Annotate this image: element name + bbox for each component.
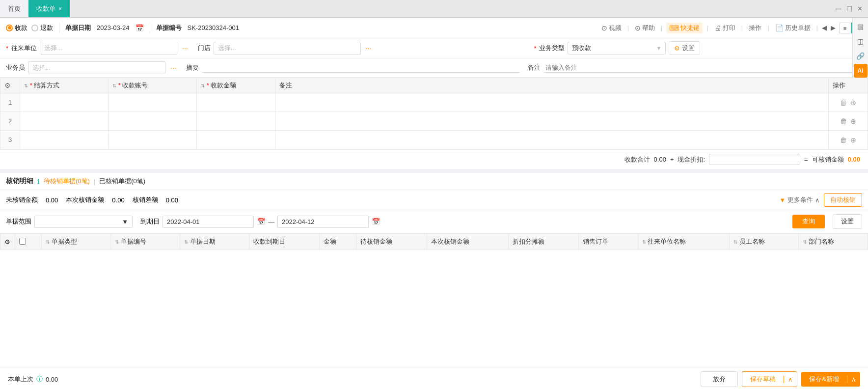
sidebar-image-icon[interactable]: ◫ xyxy=(854,34,868,48)
sidebar-link-icon[interactable]: 🔗 xyxy=(854,49,868,63)
row-1-delete-btn[interactable]: 🗑 xyxy=(839,98,848,108)
partner-more-btn[interactable]: ··· xyxy=(180,44,190,52)
row-3-copy-btn[interactable]: ⊕ xyxy=(849,135,857,145)
row-3-account[interactable] xyxy=(108,131,197,149)
table-row: 3 🗑 ⊕ xyxy=(0,131,868,149)
bottom-info-icon[interactable]: ⓘ xyxy=(36,375,43,384)
bottom-bar: 本单上次 ⓘ 0.00 放弃 保存草稿 ∧ 保存&新增 ∧ xyxy=(0,367,868,391)
row-3-delete-btn[interactable]: 🗑 xyxy=(839,135,848,145)
date-calendar-icon[interactable]: 📅 xyxy=(136,24,144,32)
sidebar-table-icon[interactable]: ▤ xyxy=(854,20,868,33)
window-min-btn[interactable]: ─ xyxy=(834,4,843,13)
shortcut-btn[interactable]: ⌨ 快捷键 xyxy=(666,23,703,33)
writeoff-table-container: ⚙ ⇅ 单据类型 ⇅ 单据编号 xyxy=(0,233,868,250)
row-1-remark[interactable] xyxy=(275,93,829,112)
row-1-amount[interactable] xyxy=(197,93,275,112)
discard-button[interactable]: 放弃 xyxy=(701,371,738,387)
row-2-settle[interactable] xyxy=(20,112,108,131)
writeoff-info-icon[interactable]: ℹ xyxy=(37,178,40,185)
row-1-settle[interactable] xyxy=(20,93,108,112)
summary-input[interactable] xyxy=(202,63,520,73)
tab-active[interactable]: 收款单 × xyxy=(28,0,70,17)
check-all-checkbox[interactable] xyxy=(19,238,26,245)
layout-list-icon[interactable]: ≡ xyxy=(840,23,850,33)
nav-prev-btn[interactable]: ◀ xyxy=(822,24,827,31)
save-new-arrow[interactable]: ∧ xyxy=(847,376,860,383)
diff-value: 0.00 xyxy=(166,196,178,204)
tab-close-btn[interactable]: × xyxy=(58,5,62,12)
remark-input[interactable] xyxy=(543,63,862,73)
help-btn[interactable]: ⊙ 帮助 xyxy=(633,23,657,33)
tab-bar: 首页 收款单 × ─ □ × xyxy=(0,0,868,18)
toolbar-row: 收款 退款 单据日期 2023-03-24 📅 单据编号 SK-20230324… xyxy=(0,18,868,38)
sidebar-ai-icon[interactable]: Ai xyxy=(854,64,868,78)
video-btn[interactable]: ⊙ 视频 xyxy=(599,23,624,33)
row-1-actions: 🗑 ⊕ xyxy=(829,93,868,112)
shop-more-btn[interactable]: ··· xyxy=(364,44,374,52)
print-btn[interactable]: 🖨 打印 xyxy=(712,23,737,33)
radio-receipt[interactable]: 收款 xyxy=(6,24,27,32)
save-new-button[interactable]: 保存&新增 ∧ xyxy=(801,372,860,387)
row-2-amount[interactable] xyxy=(197,112,275,131)
due-end-input[interactable] xyxy=(277,216,369,228)
nav-next-btn[interactable]: ▶ xyxy=(831,24,836,31)
row-2-account[interactable] xyxy=(108,112,197,131)
number-label: 单据编号 xyxy=(156,24,182,32)
staff-input[interactable]: 选择... xyxy=(28,61,165,74)
range-select[interactable]: ▼ xyxy=(34,216,133,228)
window-close-btn[interactable]: × xyxy=(856,4,864,13)
form-row1: * 往来单位 选择... ··· 门店 选择... ··· * 业务类型 预收款… xyxy=(0,38,868,58)
radio-refund[interactable]: 退款 xyxy=(31,24,53,32)
row-3-remark[interactable] xyxy=(275,131,829,149)
range-field: 单据范围 ▼ xyxy=(6,216,133,228)
writeoff-setup-button[interactable]: 设置 xyxy=(833,214,862,229)
shop-input[interactable]: 选择... xyxy=(214,42,361,55)
tab-home[interactable]: 首页 xyxy=(0,0,28,17)
col-amount-header: 金额 xyxy=(320,234,356,250)
history-btn[interactable]: 📄 历史单据 xyxy=(773,23,813,33)
shortcut-icon: ⌨ xyxy=(669,24,679,32)
staff-more-btn[interactable]: ··· xyxy=(168,64,178,72)
staff-label: 业务员 xyxy=(6,63,25,72)
due-start-cal-icon[interactable]: 📅 xyxy=(257,218,265,225)
row-3-amount[interactable] xyxy=(197,131,275,149)
partner-required: * xyxy=(6,45,8,52)
due-end-cal-icon[interactable]: 📅 xyxy=(372,218,380,225)
chevron-up-icon: ∧ xyxy=(815,196,820,204)
partner-input[interactable]: 选择... xyxy=(40,42,177,55)
table-gear-icon2[interactable]: ⚙ xyxy=(4,238,10,246)
shop-label: 门店 xyxy=(198,44,211,53)
row-2-remark[interactable] xyxy=(275,112,829,131)
auto-writeoff-button[interactable]: 自动核销 xyxy=(824,193,862,207)
query-button[interactable]: 查询 xyxy=(792,215,825,228)
this-order-label: 本单上次 xyxy=(8,375,33,384)
equals-sign: = xyxy=(804,156,808,163)
more-conditions-btn[interactable]: ▼ 更多条件 ∧ xyxy=(779,196,820,204)
print-label: 打印 xyxy=(723,24,735,32)
row-1-copy-btn[interactable]: ⊕ xyxy=(849,98,857,108)
due-start-input[interactable] xyxy=(163,216,254,228)
summary-row: 收款合计 0.00 + 现金折扣: = 可核销金额 0.00 xyxy=(0,149,868,169)
radio-refund-circle xyxy=(31,25,38,31)
row-3-settle[interactable] xyxy=(20,131,108,149)
bottom-value: 0.00 xyxy=(46,376,58,383)
discount-input[interactable] xyxy=(709,154,800,165)
writeoff-table: ⚙ ⇅ 单据类型 ⇅ 单据编号 xyxy=(0,233,868,250)
range-label: 单据范围 xyxy=(6,217,31,226)
save-draft-button[interactable]: 保存草稿 ∧ xyxy=(742,371,797,387)
row-num-3: 3 xyxy=(0,131,20,149)
done-tab[interactable]: 已核销单据(0笔) xyxy=(99,177,145,186)
pending-tab[interactable]: 待核销单据(0笔) xyxy=(44,177,90,186)
row-1-account[interactable] xyxy=(108,93,197,112)
row-2-delete-btn[interactable]: 🗑 xyxy=(839,116,848,126)
col-settle-header: ⇅ * 结算方式 xyxy=(20,78,108,93)
row-2-copy-btn[interactable]: ⊕ xyxy=(849,116,857,126)
save-draft-arrow[interactable]: ∧ xyxy=(784,376,797,383)
window-max-btn[interactable]: □ xyxy=(845,4,854,13)
verified-label: 可核销金额 xyxy=(812,155,844,164)
operation-btn[interactable]: 操作 xyxy=(747,23,763,33)
setting-button[interactable]: ⚙ 设置 xyxy=(669,41,700,55)
business-input[interactable]: 预收款 ▼ xyxy=(568,42,666,55)
col-action-header: 操作 xyxy=(829,78,868,93)
table-gear-icon[interactable]: ⚙ xyxy=(4,82,11,89)
